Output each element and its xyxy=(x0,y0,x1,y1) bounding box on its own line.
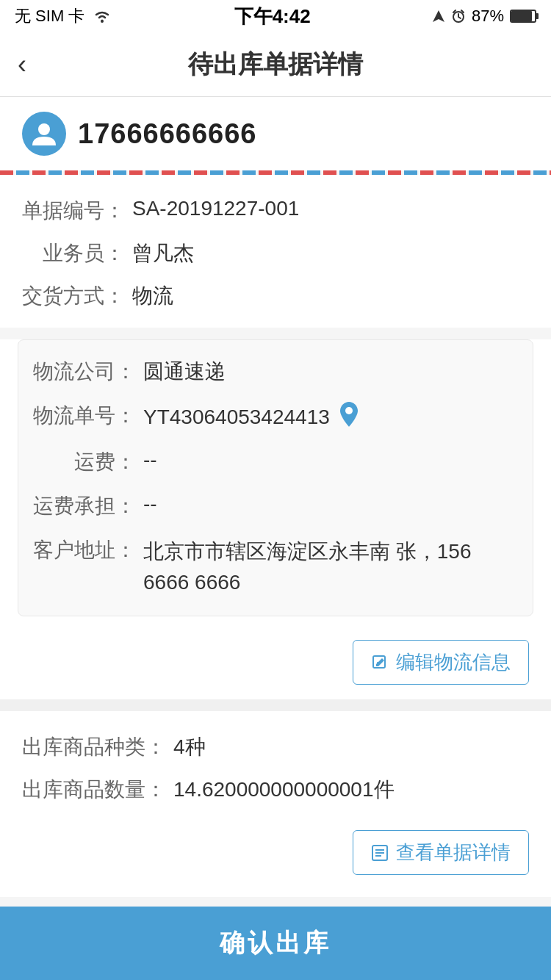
svg-point-0 xyxy=(101,20,104,23)
delivery-value: 物流 xyxy=(125,282,529,310)
goods-quantity-row: 出库商品数量： 14.620000000000001件 xyxy=(22,776,529,804)
svg-point-3 xyxy=(38,123,50,135)
document-row: 单据编号： SA-20191227-001 xyxy=(22,197,529,225)
document-value: SA-20191227-001 xyxy=(125,197,529,220)
edit-logistics-area: 编辑物流信息 xyxy=(0,628,551,699)
staff-label: 业务员： xyxy=(22,239,125,267)
list-icon xyxy=(371,844,389,862)
status-right: 87% xyxy=(432,7,536,26)
status-bar: 无 SIM 卡 下午4:42 87% xyxy=(0,0,551,32)
location-status-icon xyxy=(432,10,445,23)
logistics-company-value: 圆通速递 xyxy=(136,358,518,386)
freight-bear-row: 运费承担： -- xyxy=(33,492,518,520)
svg-marker-1 xyxy=(433,10,444,22)
confirm-button[interactable]: 确认出库 xyxy=(0,907,551,980)
page-title: 待出库单据详情 xyxy=(188,48,363,82)
delivery-row: 交货方式： 物流 xyxy=(22,282,529,310)
goods-type-value: 4种 xyxy=(166,733,529,761)
order-info-section: 单据编号： SA-20191227-001 业务员： 曾凡杰 交货方式： 物流 xyxy=(0,175,551,328)
view-detail-label: 查看单据详情 xyxy=(396,840,511,865)
freight-label: 运费： xyxy=(33,448,136,476)
svg-point-4 xyxy=(345,407,353,414)
customer-phone: 17666666666 xyxy=(78,118,256,150)
delivery-label: 交货方式： xyxy=(22,282,125,310)
status-left: 无 SIM 卡 xyxy=(15,5,112,27)
status-time: 下午4:42 xyxy=(234,4,311,29)
avatar xyxy=(22,112,66,156)
confirm-label: 确认出库 xyxy=(220,926,331,960)
wifi-icon xyxy=(92,9,112,24)
battery-percent: 87% xyxy=(472,7,504,26)
goods-type-row: 出库商品种类： 4种 xyxy=(22,733,529,761)
content-area: 17666666666 单据编号： SA-20191227-001 业务员： 曾… xyxy=(0,97,551,980)
carrier-label: 无 SIM 卡 xyxy=(15,5,84,27)
nav-bar: ‹ 待出库单据详情 xyxy=(0,32,551,97)
edit-icon xyxy=(371,654,389,671)
back-button[interactable]: ‹ xyxy=(18,49,26,80)
section-separator xyxy=(0,699,551,711)
staff-row: 业务员： 曾凡杰 xyxy=(22,239,529,267)
view-detail-button[interactable]: 查看单据详情 xyxy=(353,830,529,875)
goods-quantity-label: 出库商品数量： xyxy=(22,776,166,804)
freight-bear-label: 运费承担： xyxy=(33,492,136,520)
battery-icon xyxy=(510,10,536,23)
goods-quantity-value: 14.620000000000001件 xyxy=(166,776,529,804)
logistics-card: 物流公司： 圆通速递 物流单号： YT43064053424413 运费： xyxy=(18,339,533,616)
freight-value: -- xyxy=(136,448,518,472)
document-label: 单据编号： xyxy=(22,197,125,225)
logistics-tracking-row: 物流单号： YT43064053424413 xyxy=(33,402,518,432)
edit-logistics-label: 编辑物流信息 xyxy=(396,649,511,675)
logistics-company-label: 物流公司： xyxy=(33,358,136,386)
freight-row: 运费： -- xyxy=(33,448,518,476)
logistics-company-row: 物流公司： 圆通速递 xyxy=(33,358,518,386)
view-detail-area: 查看单据详情 xyxy=(0,818,551,897)
order-summary-section: 出库商品种类： 4种 出库商品数量： 14.620000000000001件 xyxy=(0,711,551,818)
tracking-location-icon[interactable] xyxy=(339,402,359,432)
staff-value: 曾凡杰 xyxy=(125,239,529,267)
person-icon xyxy=(29,119,59,148)
alarm-icon xyxy=(451,9,466,24)
logistics-tracking-label: 物流单号： xyxy=(33,402,136,430)
address-value: 北京市市辖区海淀区永丰南 张，156 6666 6666 xyxy=(136,536,518,598)
edit-logistics-button[interactable]: 编辑物流信息 xyxy=(353,640,529,685)
goods-type-label: 出库商品种类： xyxy=(22,733,166,761)
address-label: 客户地址： xyxy=(33,536,136,564)
customer-header: 17666666666 xyxy=(0,97,551,170)
freight-bear-value: -- xyxy=(136,492,518,516)
logistics-tracking-value: YT43064053424413 xyxy=(136,402,518,432)
address-row: 客户地址： 北京市市辖区海淀区永丰南 张，156 6666 6666 xyxy=(33,536,518,598)
